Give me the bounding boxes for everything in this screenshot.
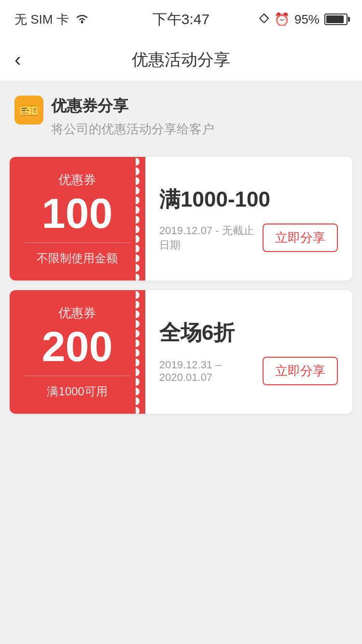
carrier-label: 无 SIM 卡 [14, 11, 69, 28]
status-bar: 无 SIM 卡 下午3:47 ⏰ 95% [0, 0, 362, 39]
coupon-divider-0 [24, 242, 130, 243]
coupon-label-0: 优惠券 [58, 171, 96, 188]
coupon-date-0: 2019.12.07 - 无截止日期 [159, 224, 263, 252]
coupon-icon: 🎫 [19, 101, 39, 119]
wifi-icon [75, 12, 89, 27]
alarm-icon: ⏰ [274, 12, 290, 27]
section-text-group: 优惠券分享 将公司的优惠活动分享给客户 [51, 96, 214, 138]
coupon-card: 优惠券 100 不限制使用金额 满1000-100 2019.12.07 - 无… [10, 157, 352, 280]
location-icon [259, 12, 269, 27]
coupon-condition-1: 满1000可用 [47, 384, 107, 399]
section-subtitle: 将公司的优惠活动分享给客户 [51, 121, 214, 138]
coupon-name-0: 满1000-100 [159, 185, 338, 214]
coupon-date-1: 2019.12.31 – 2020.01.07 [159, 359, 263, 384]
coupon-left-1: 优惠券 200 满1000可用 [10, 290, 145, 414]
coupon-divider-1 [24, 376, 130, 376]
empty-area [0, 433, 362, 644]
status-time: 下午3:47 [153, 10, 209, 29]
coupon-card-1: 优惠券 200 满1000可用 全场6折 2019.12.31 – 2020.0… [10, 290, 352, 414]
section-header: 🎫 优惠券分享 将公司的优惠活动分享给客户 [0, 81, 362, 147]
coupon-amount-1: 200 [42, 325, 113, 368]
coupon-meta-1: 2019.12.31 – 2020.01.07 立即分享 [159, 357, 338, 385]
coupon-list: 优惠券 100 不限制使用金额 满1000-100 2019.12.07 - 无… [0, 147, 362, 433]
section-title: 优惠券分享 [51, 96, 214, 117]
back-button[interactable]: ‹ [14, 49, 21, 70]
svg-point-0 [81, 21, 83, 23]
coupon-right-0: 满1000-100 2019.12.07 - 无截止日期 立即分享 [145, 157, 352, 280]
coupon-label-1: 优惠券 [58, 305, 96, 322]
coupon-amount-0: 100 [42, 192, 113, 235]
coupon-left-0: 优惠券 100 不限制使用金额 [10, 157, 145, 280]
section-icon: 🎫 [14, 96, 43, 125]
battery-icon [324, 14, 348, 25]
status-right: ⏰ 95% [259, 12, 348, 27]
coupon-name-1: 全场6折 [159, 319, 338, 347]
share-button-1[interactable]: 立即分享 [263, 357, 338, 385]
coupon-right-1: 全场6折 2019.12.31 – 2020.01.07 立即分享 [145, 290, 352, 414]
page-title: 优惠活动分享 [132, 49, 230, 71]
share-button-0[interactable]: 立即分享 [263, 224, 338, 252]
coupon-condition-0: 不限制使用金额 [37, 251, 118, 266]
status-left: 无 SIM 卡 [14, 11, 89, 28]
nav-bar: ‹ 优惠活动分享 [0, 39, 362, 81]
battery-percent: 95% [294, 12, 320, 27]
battery-fill [326, 15, 344, 23]
coupon-meta-0: 2019.12.07 - 无截止日期 立即分享 [159, 224, 338, 252]
